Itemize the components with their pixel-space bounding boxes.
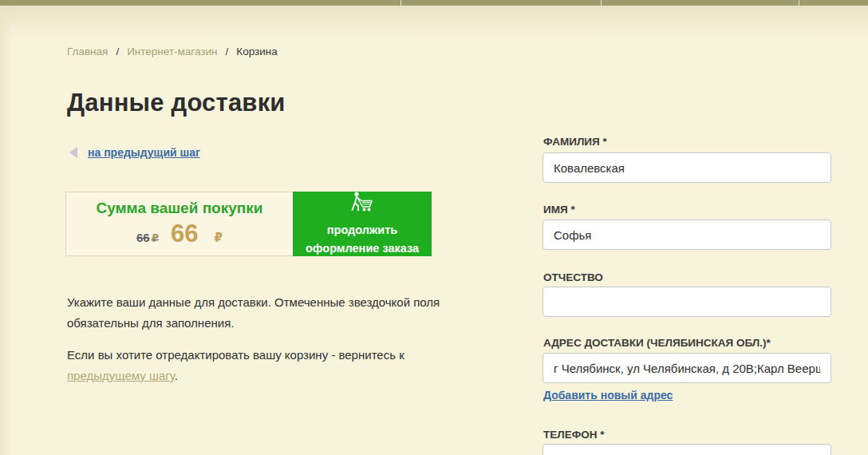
old-price: 66₽ <box>136 231 159 244</box>
price-row: 66₽ 66 ₽ <box>136 220 223 248</box>
breadcrumb: Главная / Интернет-магазин / Корзина <box>67 46 278 57</box>
middle-name-input[interactable] <box>542 287 831 317</box>
page-title: Данные доставки <box>67 89 286 117</box>
background-gradient-left <box>0 6 12 455</box>
checkout-button-label-line2: оформление заказа <box>306 240 419 256</box>
previous-step-link[interactable]: на предыдущий шаг <box>88 146 200 159</box>
last-name-input[interactable] <box>542 152 831 183</box>
label-delivery-address: АДРЕС ДОСТАВКИ (ЧЕЛЯБИНСКАЯ ОБЛ.)* <box>543 337 771 349</box>
checkout-button-label-line1: продолжить <box>327 222 397 238</box>
breadcrumb-current-cart: Корзина <box>236 46 277 57</box>
ruble-sign: ₽ <box>152 232 159 244</box>
intro-text: Укажите ваши данные для доставки. Отмече… <box>67 292 480 397</box>
breadcrumb-link-home[interactable]: Главная <box>67 46 108 57</box>
intro-paragraph-1: Укажите ваши данные для доставки. Отмече… <box>67 292 480 334</box>
background-gradient-top <box>0 6 868 39</box>
first-name-input[interactable] <box>542 220 831 250</box>
purchase-summary-title: Сумма вашей покупки <box>97 200 263 217</box>
previous-step-inline-link[interactable]: предыдущему шагу <box>67 369 175 382</box>
delivery-address-input[interactable] <box>542 353 831 383</box>
label-phone: ТЕЛЕФОН * <box>543 429 605 441</box>
intro-paragraph-2: Если вы хотите отредактировать вашу корз… <box>67 345 480 387</box>
arrow-left-icon <box>69 147 77 158</box>
cart-shopper-icon <box>348 192 377 217</box>
purchase-summary-box: Сумма вашей покупки 66₽ 66 ₽ продолжить … <box>65 192 432 256</box>
breadcrumb-separator: / <box>116 46 119 57</box>
purchase-summary-panel: Сумма вашей покупки 66₽ 66 ₽ <box>65 192 293 256</box>
continue-checkout-button[interactable]: продолжить оформление заказа <box>293 192 432 256</box>
top-nav-bar <box>0 0 868 6</box>
required-asterisk: * <box>600 136 607 148</box>
required-asterisk: * <box>767 337 771 349</box>
add-new-address-link[interactable]: Добавить новый адрес <box>543 389 673 402</box>
phone-input[interactable] <box>542 444 831 455</box>
label-middle-name: ОТЧЕСТВО <box>543 271 603 283</box>
previous-step-link-row[interactable]: на предыдущий шаг <box>69 146 200 159</box>
nav-divider <box>799 0 799 6</box>
breadcrumb-separator: / <box>226 46 229 57</box>
nav-divider <box>400 0 401 6</box>
label-first-name: ИМЯ * <box>543 204 575 216</box>
label-last-name: ФАМИЛИЯ * <box>543 136 607 148</box>
breadcrumb-link-shop[interactable]: Интернет-магазин <box>127 46 217 57</box>
required-asterisk: * <box>568 204 575 216</box>
nav-divider <box>601 0 602 6</box>
current-price: 66 <box>171 220 198 248</box>
required-asterisk: * <box>598 429 605 441</box>
ruble-sign: ₽ <box>215 231 223 245</box>
